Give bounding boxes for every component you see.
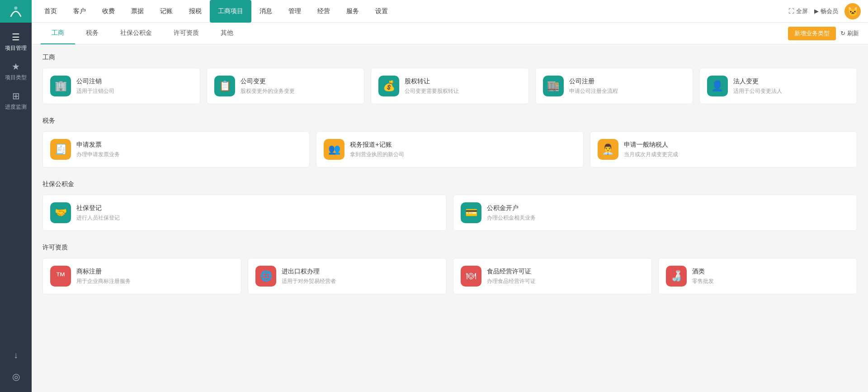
section-shebao: 社保公积金 🤝社保登记进行人员社保登记💳公积金开户办理公积金相关业务 (42, 180, 857, 231)
card-title-社保登记: 社保登记 (76, 204, 120, 212)
section-xuke: 许可资质 ™商标注册用于企业商标注册服务🌐进出口权办理适用于对外贸易经营者🍽食品… (42, 244, 857, 294)
card-title-法人变更: 法人变更 (733, 77, 782, 86)
sidebar-item-label-project-management: 项目管理 (5, 44, 27, 52)
section-title-shebao: 社保公积金 (42, 180, 857, 188)
nav-item-工商项目[interactable]: 工商项目 (210, 0, 251, 23)
card-text-公积金开户: 公积金开户办理公积金相关业务 (487, 204, 536, 222)
project-management-icon: ☰ (12, 32, 20, 43)
nav-item-客户[interactable]: 客户 (65, 0, 94, 23)
fullscreen-button[interactable]: ⛶ 全屏 (788, 7, 808, 15)
sidebar-item-progress-monitor[interactable]: ⊞ 进度监测 (0, 86, 32, 115)
card-gongshang-4[interactable]: 👤法人变更适用于公司变更法人 (699, 68, 857, 104)
tab-item-工商[interactable]: 工商 (41, 23, 75, 44)
project-type-icon: ★ (12, 61, 20, 72)
card-shebao-1[interactable]: 💳公积金开户办理公积金相关业务 (453, 195, 857, 231)
nav-item-经营[interactable]: 经营 (309, 0, 338, 23)
card-gongshang-1[interactable]: 📋公司变更股权变更外的业务变更 (207, 68, 364, 104)
scroll-content: 工商 🏢公司注销适用于注销公司📋公司变更股权变更外的业务变更💰股权转让公司变更需… (32, 44, 868, 392)
card-title-商标注册: 商标注册 (76, 268, 131, 276)
card-title-股权转让: 股权转让 (405, 77, 459, 86)
sidebar-top: ☰ 项目管理 ★ 项目类型 ⊞ 进度监测 (0, 27, 32, 115)
card-desc-公积金开户: 办理公积金相关业务 (487, 214, 536, 222)
card-desc-社保登记: 进行人员社保登记 (76, 214, 120, 222)
top-nav-right: ⛶ 全屏 ▶ 畅会员 🐱 (788, 3, 868, 19)
card-desc-公司变更: 股权变更外的业务变更 (241, 87, 295, 95)
nav-item-收费[interactable]: 收费 (94, 0, 123, 23)
refresh-label: 刷新 (847, 29, 859, 38)
nav-item-记账[interactable]: 记账 (152, 0, 181, 23)
location-icon[interactable]: ◎ (9, 368, 24, 386)
card-shuiwu-2[interactable]: 👨‍💼申请一般纳税人当月或次月成变更完成 (590, 131, 857, 167)
card-desc-进出口权办理: 适用于对外贸易经营者 (282, 277, 336, 285)
card-desc-公司注销: 适用于注销公司 (76, 87, 114, 95)
sidebar-bottom: ↓ ◎ (9, 346, 24, 392)
card-xuke-3[interactable]: 🍶酒类零售批发 (658, 258, 857, 294)
card-text-申请发票: 申请发票办理申请发票业务 (76, 141, 120, 158)
card-gongshang-2[interactable]: 💰股权转让公司变更需要股权转让 (371, 68, 528, 104)
card-xuke-0[interactable]: ™商标注册用于企业商标注册服务 (42, 258, 241, 294)
card-title-申请发票: 申请发票 (76, 141, 120, 149)
nav-item-首页[interactable]: 首页 (36, 0, 65, 23)
nav-item-管理[interactable]: 管理 (280, 0, 309, 23)
card-icon-申请发票: 🧾 (50, 139, 71, 160)
section-gongshang: 工商 🏢公司注销适用于注销公司📋公司变更股权变更外的业务变更💰股权转让公司变更需… (42, 53, 857, 104)
card-icon-公司注册: 🏬 (543, 76, 564, 96)
download-icon[interactable]: ↓ (10, 346, 22, 364)
card-desc-公司注册: 申请公司注册全流程 (569, 87, 618, 95)
card-title-税务报道+记账: 税务报道+记账 (350, 141, 404, 149)
card-title-公司注册: 公司注册 (569, 77, 618, 86)
tab-item-其他[interactable]: 其他 (210, 23, 244, 44)
top-nav: 首页客户收费票据记账报税工商项目消息管理经营服务设置 ⛶ 全屏 ▶ 畅会员 🐱 (0, 0, 868, 23)
card-title-公司变更: 公司变更 (241, 77, 295, 86)
refresh-button[interactable]: ↻ 刷新 (840, 29, 859, 38)
tab-actions: 新增业务类型 ↻ 刷新 (788, 27, 859, 40)
nav-item-报税[interactable]: 报税 (181, 0, 210, 23)
section-title-shuiwu: 税务 (42, 117, 857, 125)
tab-list: 工商税务社保公积金许可资质其他 (41, 23, 244, 44)
card-desc-股权转让: 公司变更需要股权转让 (405, 87, 459, 95)
nav-item-设置[interactable]: 设置 (367, 0, 396, 23)
main-layout: ☰ 项目管理 ★ 项目类型 ⊞ 进度监测 ↓ ◎ 工商税务社保公积金许可资质其他… (0, 23, 868, 392)
card-icon-公积金开户: 💳 (461, 202, 481, 223)
card-shuiwu-1[interactable]: 👥税务报道+记账拿到营业执照的新公司 (316, 131, 583, 167)
add-business-type-button[interactable]: 新增业务类型 (788, 27, 836, 40)
tab-item-社保公积金[interactable]: 社保公积金 (109, 23, 163, 44)
sidebar-item-project-management[interactable]: ☰ 项目管理 (0, 27, 32, 57)
card-gongshang-0[interactable]: 🏢公司注销适用于注销公司 (42, 68, 200, 104)
card-icon-税务报道+记账: 👥 (324, 139, 344, 160)
card-icon-商标注册: ™ (50, 266, 71, 287)
avatar: 🐱 (844, 3, 861, 19)
card-icon-酒类: 🍶 (666, 266, 687, 287)
tab-item-税务[interactable]: 税务 (75, 23, 109, 44)
card-icon-申请一般纳税人: 👨‍💼 (598, 139, 618, 160)
card-desc-食品经营许可证: 办理食品经营许可证 (487, 277, 536, 285)
card-desc-税务报道+记账: 拿到营业执照的新公司 (350, 151, 404, 158)
card-gongshang-3[interactable]: 🏬公司注册申请公司注册全流程 (535, 68, 693, 104)
card-title-酒类: 酒类 (692, 268, 714, 276)
fullscreen-icon: ⛶ (788, 8, 794, 14)
nav-item-消息[interactable]: 消息 (251, 0, 280, 23)
card-shebao-0[interactable]: 🤝社保登记进行人员社保登记 (42, 195, 447, 231)
card-desc-商标注册: 用于企业商标注册服务 (76, 277, 131, 285)
card-xuke-1[interactable]: 🌐进出口权办理适用于对外贸易经营者 (248, 258, 447, 294)
card-text-股权转让: 股权转让公司变更需要股权转让 (405, 77, 459, 95)
vip-label: 畅会员 (821, 7, 838, 15)
card-title-进出口权办理: 进出口权办理 (282, 268, 336, 276)
card-icon-公司变更: 📋 (214, 76, 235, 96)
card-icon-法人变更: 👤 (707, 76, 728, 96)
card-shuiwu-0[interactable]: 🧾申请发票办理申请发票业务 (42, 131, 310, 167)
sidebar: ☰ 项目管理 ★ 项目类型 ⊞ 进度监测 ↓ ◎ (0, 23, 32, 392)
tab-item-许可资质[interactable]: 许可资质 (163, 23, 210, 44)
card-icon-股权转让: 💰 (378, 76, 399, 96)
progress-monitor-icon: ⊞ (12, 91, 20, 101)
card-xuke-2[interactable]: 🍽食品经营许可证办理食品经营许可证 (453, 258, 652, 294)
fullscreen-label: 全屏 (796, 7, 808, 15)
cards-grid-xuke: ™商标注册用于企业商标注册服务🌐进出口权办理适用于对外贸易经营者🍽食品经营许可证… (42, 258, 857, 294)
nav-item-票据[interactable]: 票据 (123, 0, 152, 23)
section-shuiwu: 税务 🧾申请发票办理申请发票业务👥税务报道+记账拿到营业执照的新公司👨‍💼申请一… (42, 117, 857, 167)
card-text-商标注册: 商标注册用于企业商标注册服务 (76, 268, 131, 285)
sidebar-item-project-type[interactable]: ★ 项目类型 (0, 57, 32, 86)
card-text-酒类: 酒类零售批发 (692, 268, 714, 285)
nav-item-服务[interactable]: 服务 (338, 0, 367, 23)
vip-button[interactable]: ▶ 畅会员 (814, 7, 838, 15)
